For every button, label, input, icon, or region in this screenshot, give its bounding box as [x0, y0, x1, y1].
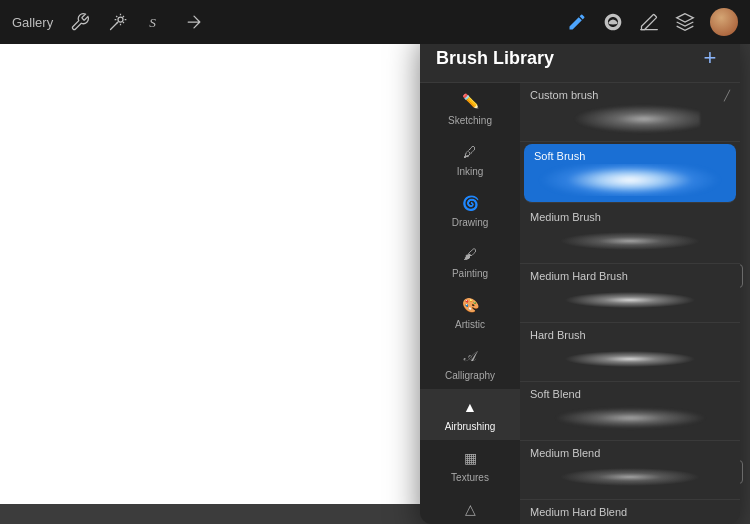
brush-item-medium-hard[interactable]: Medium Hard Brush — [520, 264, 740, 323]
custom-brush-preview — [530, 103, 730, 135]
medium-hard-blend-preview — [530, 520, 730, 524]
soft-blend-header: Soft Blend — [530, 388, 730, 400]
artistic-icon: 🎨 — [460, 295, 480, 315]
medium-blend-header: Medium Blend — [530, 447, 730, 459]
smudge-tool-icon[interactable] — [602, 11, 624, 33]
textures-icon: ▦ — [460, 448, 480, 468]
soft-blend-name: Soft Blend — [530, 388, 581, 400]
medium-brush-stroke — [550, 232, 710, 250]
painting-icon: 🖌 — [460, 244, 480, 264]
category-calligraphy[interactable]: 𝒜 Calligraphy — [420, 338, 520, 389]
medium-hard-brush-stroke — [555, 292, 705, 308]
categories-list: ✏️ Sketching 🖊 Inking 🌀 Drawing 🖌 Painti… — [420, 83, 520, 524]
soft-blend-preview — [530, 402, 730, 434]
toolbar-right — [566, 8, 738, 36]
medium-blend-preview — [530, 461, 730, 493]
hard-brush-name: Hard Brush — [530, 329, 586, 341]
custom-brush-header: Custom brush ╱ — [530, 89, 730, 101]
brush-item-medium-blend[interactable]: Medium Blend — [520, 441, 740, 500]
wrench-icon[interactable] — [69, 11, 91, 33]
category-airbrushing[interactable]: ▲ Airbrushing — [420, 389, 520, 440]
soft-brush-preview — [534, 164, 726, 196]
layers-icon[interactable] — [674, 11, 696, 33]
drawing-canvas[interactable] — [0, 44, 420, 504]
inking-icon: 🖊 — [460, 142, 480, 162]
brush-item-hard[interactable]: Hard Brush — [520, 323, 740, 382]
category-calligraphy-label: Calligraphy — [445, 370, 495, 381]
svg-point-0 — [118, 17, 123, 22]
toolbar: Gallery S — [0, 0, 750, 44]
eraser-tool-icon[interactable] — [638, 11, 660, 33]
category-textures[interactable]: ▦ Textures — [420, 440, 520, 491]
hard-brush-stroke — [555, 351, 705, 367]
medium-blend-stroke — [550, 468, 710, 486]
category-inking-label: Inking — [457, 166, 484, 177]
custom-brush-stroke — [560, 105, 700, 133]
sketching-icon: ✏️ — [460, 91, 480, 111]
add-brush-button[interactable]: + — [696, 44, 724, 72]
category-sketching[interactable]: ✏️ Sketching — [420, 83, 520, 134]
medium-brush-name: Medium Brush — [530, 211, 601, 223]
brush-item-medium[interactable]: Medium Brush — [520, 205, 740, 264]
soft-brush-header: Soft Brush — [534, 150, 726, 162]
category-drawing-label: Drawing — [452, 217, 489, 228]
custom-brush-edit-icon: ╱ — [724, 90, 730, 101]
category-painting-label: Painting — [452, 268, 488, 279]
brush-library-panel: Brush Library + ✏️ Sketching 🖊 Inking 🌀 … — [420, 30, 740, 524]
brush-item-soft[interactable]: Soft Brush — [524, 144, 736, 203]
toolbar-left: Gallery S — [12, 11, 554, 33]
magic-wand-icon[interactable] — [107, 11, 129, 33]
soft-brush-stroke — [540, 164, 720, 196]
medium-brush-header: Medium Brush — [530, 211, 730, 223]
soft-brush-name: Soft Brush — [534, 150, 585, 162]
category-sketching-label: Sketching — [448, 115, 492, 126]
svg-text:S: S — [150, 15, 157, 30]
medium-brush-preview — [530, 225, 730, 257]
brush-library-title: Brush Library — [436, 48, 554, 69]
category-inking[interactable]: 🖊 Inking — [420, 134, 520, 185]
hard-brush-preview — [530, 343, 730, 375]
category-abstract[interactable]: △ Abstract — [420, 491, 520, 524]
medium-hard-blend-name: Medium Hard Blend — [530, 506, 627, 518]
category-artistic-label: Artistic — [455, 319, 485, 330]
medium-hard-brush-name: Medium Hard Brush — [530, 270, 628, 282]
category-airbrushing-label: Airbrushing — [445, 421, 496, 432]
brush-list: Custom brush ╱ Soft Brush Medium — [520, 83, 740, 524]
medium-blend-name: Medium Blend — [530, 447, 600, 459]
arrow-tool-icon[interactable] — [183, 11, 205, 33]
gallery-button[interactable]: Gallery — [12, 15, 53, 30]
brush-library-body: ✏️ Sketching 🖊 Inking 🌀 Drawing 🖌 Painti… — [420, 83, 740, 524]
abstract-icon: △ — [460, 499, 480, 519]
category-painting[interactable]: 🖌 Painting — [420, 236, 520, 287]
drawing-icon: 🌀 — [460, 193, 480, 213]
category-drawing[interactable]: 🌀 Drawing — [420, 185, 520, 236]
brush-item-custom[interactable]: Custom brush ╱ — [520, 83, 740, 142]
category-artistic[interactable]: 🎨 Artistic — [420, 287, 520, 338]
custom-brush-name: Custom brush — [530, 89, 598, 101]
medium-hard-brush-header: Medium Hard Brush — [530, 270, 730, 282]
calligraphy-icon: 𝒜 — [460, 346, 480, 366]
medium-hard-brush-preview — [530, 284, 730, 316]
brush-item-soft-blend[interactable]: Soft Blend — [520, 382, 740, 441]
soft-blend-stroke — [553, 408, 708, 428]
airbrushing-icon: ▲ — [460, 397, 480, 417]
hard-brush-header: Hard Brush — [530, 329, 730, 341]
avatar[interactable] — [710, 8, 738, 36]
brush-item-medium-hard-blend[interactable]: Medium Hard Blend — [520, 500, 740, 524]
category-textures-label: Textures — [451, 472, 489, 483]
medium-hard-blend-header: Medium Hard Blend — [530, 506, 730, 518]
brush-tool-icon[interactable] — [566, 11, 588, 33]
s-tool-icon[interactable]: S — [145, 11, 167, 33]
